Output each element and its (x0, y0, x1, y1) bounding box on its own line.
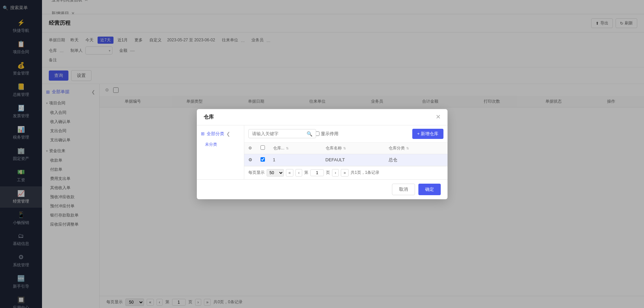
show-disabled-label[interactable]: 显示停用 (315, 131, 338, 137)
modal-cancel-btn[interactable]: 取消 (392, 184, 415, 195)
modal-confirm-btn[interactable]: 确定 (418, 184, 441, 195)
modal-row-name: 总仓 (385, 154, 448, 166)
modal-all-category[interactable]: ⊞ 全部分类 ❮ (197, 128, 244, 140)
modal-row-check[interactable] (256, 154, 269, 166)
modal-overlay[interactable]: 仓库 ✕ ⊞ 全部分类 ❮ 未分类 (0, 0, 644, 308)
modal-table-wrap: ⚙ 仓库... ⇅ (244, 143, 448, 166)
modal-th-category: 仓库分类 ⇅ (385, 143, 448, 154)
modal-last-btn[interactable]: » (341, 169, 349, 177)
modal-row-id: 1 (269, 154, 321, 166)
modal-footer: 取消 确定 (197, 179, 448, 199)
modal-first-btn[interactable]: « (286, 169, 294, 177)
modal-table-header: ⚙ 仓库... ⇅ (244, 143, 448, 154)
modal-table-row[interactable]: ⚙ 1 DEFAULT 总仓 (244, 154, 448, 166)
sort-icon-name[interactable]: ⇅ (343, 146, 346, 150)
modal-body: ⊞ 全部分类 ❮ 未分类 🔍 显示停用 (197, 125, 448, 179)
add-warehouse-btn[interactable]: + 新增仓库 (412, 129, 443, 139)
sort-icon-code[interactable]: ⇅ (286, 146, 289, 150)
modal-header: 仓库 ✕ (197, 109, 448, 125)
modal-toolbar: 🔍 显示停用 + 新增仓库 (244, 125, 448, 143)
modal-per-page-label: 每页显示 (248, 170, 265, 176)
modal-cat-uncategorized[interactable]: 未分类 (197, 140, 244, 149)
sort-icon-category[interactable]: ⇅ (406, 146, 409, 150)
gear-icon[interactable]: ⚙ (248, 146, 252, 150)
modal-table: ⚙ 仓库... ⇅ (244, 143, 448, 166)
modal-th-gear: ⚙ (244, 143, 256, 154)
modal-total-text: 共1页，1条记录 (351, 170, 379, 176)
row-gear-icon[interactable]: ⚙ (248, 157, 252, 162)
modal-th-check (256, 143, 269, 154)
modal-th-name: 仓库名称 ⇅ (321, 143, 385, 154)
modal-select-all-checkbox[interactable] (261, 145, 265, 150)
modal-category-panel: ⊞ 全部分类 ❮ 未分类 (197, 125, 244, 179)
modal-row-gear[interactable]: ⚙ (244, 154, 256, 166)
modal-title: 仓库 (204, 114, 214, 120)
modal-page-input[interactable] (310, 169, 324, 176)
modal-row-code: DEFAULT (321, 154, 385, 166)
modal-left-collapse-btn[interactable]: ❮ (226, 131, 230, 137)
warehouse-modal: 仓库 ✕ ⊞ 全部分类 ❮ 未分类 (197, 109, 448, 199)
modal-close-btn[interactable]: ✕ (436, 114, 441, 120)
modal-search-btn[interactable]: 🔍 (307, 131, 312, 137)
modal-th-code: 仓库... ⇅ (269, 143, 321, 154)
modal-search-input[interactable] (248, 129, 316, 138)
modal-row-checkbox[interactable] (261, 157, 265, 162)
modal-pagination: 每页显示 50 100 « ‹ 第 页 › » 共1页，1条记录 (244, 166, 448, 179)
modal-prev-btn[interactable]: ‹ (295, 169, 302, 177)
modal-per-page-select[interactable]: 50 100 (267, 169, 284, 177)
modal-next-btn[interactable]: › (332, 169, 339, 177)
grid-icon-sm: ⊞ (201, 131, 205, 136)
modal-right-panel: 🔍 显示停用 + 新增仓库 (244, 125, 448, 179)
modal-table-body: ⚙ 1 DEFAULT 总仓 (244, 154, 448, 166)
